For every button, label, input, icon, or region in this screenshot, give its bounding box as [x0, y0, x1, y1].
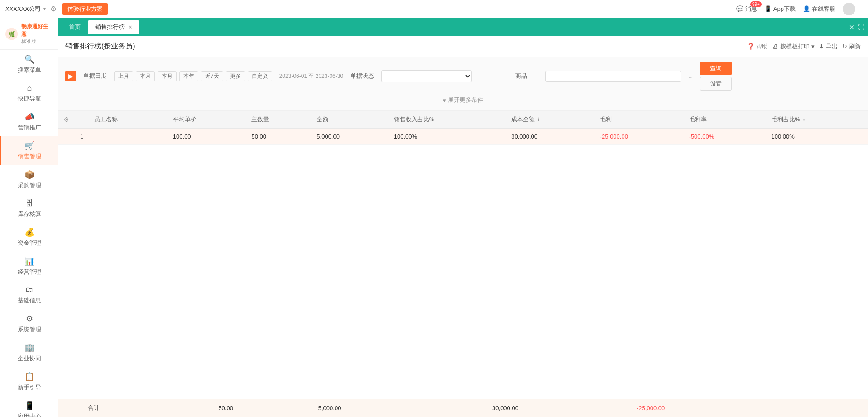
filter-toggle-icon[interactable]: ▶	[65, 71, 76, 81]
app-download-button[interactable]: 📱 App下载	[764, 5, 796, 13]
help-button[interactable]: ❓ 帮助	[747, 43, 768, 51]
logo-area: 🌿 畅康通好生意 标准版	[0, 18, 58, 50]
table-area: ⚙ 员工名称 平均单价 主数量	[58, 111, 868, 417]
th-profit-rate: 毛利率	[684, 111, 766, 129]
finance-icon: 💰	[24, 227, 34, 237]
tab-sales-label: 销售排行榜	[95, 24, 125, 30]
filter-area: ▶ 单据日期 上月 本月 本月 本年 近7天 更多 自定义 2023-06-01…	[58, 57, 868, 111]
logo-text: 畅康通好生意 标准版	[21, 23, 53, 45]
sidebar-item-guide[interactable]: 📋 新手引导	[0, 367, 58, 396]
sidebar-item-shortcut[interactable]: ⌂ 快捷导航	[0, 79, 58, 107]
table-empty-space	[58, 145, 868, 399]
date-btn-7days[interactable]: 近7天	[201, 71, 223, 81]
export-label: 导出	[826, 43, 838, 51]
print-label: 按模板打印	[780, 43, 810, 51]
goods-input[interactable]	[545, 71, 681, 82]
footer-cost: 30,000.00	[487, 399, 631, 417]
print-chevron-icon: ▾	[811, 43, 815, 50]
expand-label: 展开更多条件	[448, 96, 483, 104]
row-rank: 1	[75, 129, 89, 145]
tab-sales-ranking[interactable]: 销售排行榜 ×	[88, 20, 139, 34]
th-profit-ratio: 毛利占比% ↕	[766, 111, 868, 129]
logo-icon: 🌿	[5, 27, 19, 41]
sidebar-item-sales[interactable]: 🛒 销售管理	[0, 136, 58, 165]
table-row: 1 100.00 50.00 5,000.00 100.00% 30,000.0…	[58, 129, 868, 145]
operation-icon: 📊	[24, 256, 34, 266]
basic-icon: 🗂	[25, 285, 34, 295]
table-body: 1 100.00 50.00 5,000.00 100.00% 30,000.0…	[58, 129, 868, 145]
footer-profit-rate	[783, 399, 826, 417]
header-row: ⚙ 员工名称 平均单价 主数量	[58, 111, 868, 129]
print-icon: 🖨	[772, 43, 778, 50]
sidebar-item-label: 资金管理	[18, 239, 41, 247]
sidebar-item-operation[interactable]: 📊 经营管理	[0, 252, 58, 281]
tab-close-window-button[interactable]: ✕	[849, 24, 854, 31]
date-btn-more[interactable]: 更多	[226, 71, 245, 81]
date-btn-this-year[interactable]: 本年	[179, 71, 198, 81]
svg-text:🌿: 🌿	[8, 30, 15, 38]
expand-more-button[interactable]: ▾ 展开更多条件	[443, 96, 483, 104]
message-button[interactable]: 💬 消息 99+	[736, 5, 757, 13]
date-btn-last-month[interactable]: 上月	[114, 71, 133, 81]
sidebar-item-finance[interactable]: 💰 资金管理	[0, 223, 58, 252]
service-icon: 👤	[803, 5, 810, 12]
company-selector[interactable]: XXXXXX公司 ▾	[5, 5, 46, 13]
row-profit-ratio: 100.00%	[766, 129, 868, 145]
filter-settings-button[interactable]: 设置	[700, 77, 732, 91]
trial-button[interactable]: 体验行业方案	[62, 3, 108, 15]
sidebar-item-label: 快捷导航	[18, 95, 41, 103]
query-button[interactable]: 查询	[700, 62, 732, 75]
sidebar-item-apps[interactable]: 📱 应用中心	[0, 396, 58, 417]
footer-sales-ratio	[445, 399, 487, 417]
sidebar-item-inventory[interactable]: 🗄 库存核算	[0, 194, 58, 223]
sales-table: ⚙ 员工名称 平均单价 主数量	[58, 111, 868, 145]
profit-ratio-sort-icon[interactable]: ↕	[803, 117, 806, 122]
export-icon: ⬇	[819, 43, 824, 50]
footer-table: 合计 50.00 5,000.00 30,000.00 -25,000.00	[58, 399, 868, 417]
row-avg-price: 100.00	[168, 129, 246, 145]
tab-maximize-button[interactable]: ⛶	[858, 24, 864, 31]
tab-close-button[interactable]: ×	[129, 24, 132, 30]
footer-quantity: 50.00	[213, 399, 312, 417]
help-icon: ❓	[747, 43, 754, 50]
status-filter-label: 单据状态	[350, 72, 374, 80]
sidebar-item-basic[interactable]: 🗂 基础信息	[0, 281, 58, 309]
goods-more-button[interactable]: ...	[688, 73, 693, 79]
message-icon: 💬	[736, 5, 743, 12]
settings-gear-button[interactable]: ⚙	[50, 5, 57, 13]
online-service-button[interactable]: 👤 在线客服	[803, 5, 835, 13]
app-label: App下载	[773, 5, 796, 13]
column-settings-icon[interactable]: ⚙	[63, 116, 69, 123]
sidebar-item-label: 库存核算	[18, 210, 41, 218]
chevron-down-icon: ▾	[43, 6, 46, 11]
avatar[interactable]	[843, 3, 855, 15]
cost-info-icon[interactable]: ℹ	[537, 117, 539, 122]
sidebar-item-search[interactable]: 🔍 搜索菜单	[0, 50, 58, 79]
search-icon: 🔍	[24, 54, 34, 64]
page-actions: ❓ 帮助 🖨 按模板打印 ▾ ⬇ 导出 ↻ 刷新	[747, 43, 861, 51]
tab-home[interactable]: 首页	[62, 20, 88, 34]
sidebar-item-purchase[interactable]: 📦 采购管理	[0, 165, 58, 194]
print-button[interactable]: 🖨 按模板打印 ▾	[772, 43, 815, 51]
footer-rank-cell	[69, 399, 82, 417]
date-btn-this-month[interactable]: 本月	[136, 71, 155, 81]
sidebar-item-enterprise[interactable]: 🏢 企业协同	[0, 338, 58, 367]
th-amount: 全额	[311, 111, 388, 129]
sidebar-item-system[interactable]: ⚙ 系统管理	[0, 309, 58, 338]
footer-amount: 5,000.00	[313, 399, 445, 417]
table-footer: 合计 50.00 5,000.00 30,000.00 -25,000.00	[58, 399, 868, 417]
date-btn-active[interactable]: 本月	[158, 71, 177, 81]
sidebar-item-marketing[interactable]: 📣 营销推广	[0, 107, 58, 136]
footer-profit: -25,000.00	[631, 399, 783, 417]
footer-avg-price	[171, 399, 213, 417]
th-profit: 毛利	[595, 111, 684, 129]
sales-icon: 🛒	[24, 141, 34, 151]
inventory-icon: 🗄	[25, 199, 34, 208]
refresh-button[interactable]: ↻ 刷新	[842, 43, 861, 51]
top-bar: XXXXXX公司 ▾ ⚙ 体验行业方案 💬 消息 99+ 📱 App下载 👤 在…	[0, 0, 868, 18]
th-avg-price: 平均单价	[168, 111, 246, 129]
date-btn-custom[interactable]: 自定义	[248, 71, 272, 81]
export-button[interactable]: ⬇ 导出	[819, 43, 838, 51]
th-settings: ⚙	[58, 111, 75, 129]
status-select[interactable]	[381, 70, 472, 82]
